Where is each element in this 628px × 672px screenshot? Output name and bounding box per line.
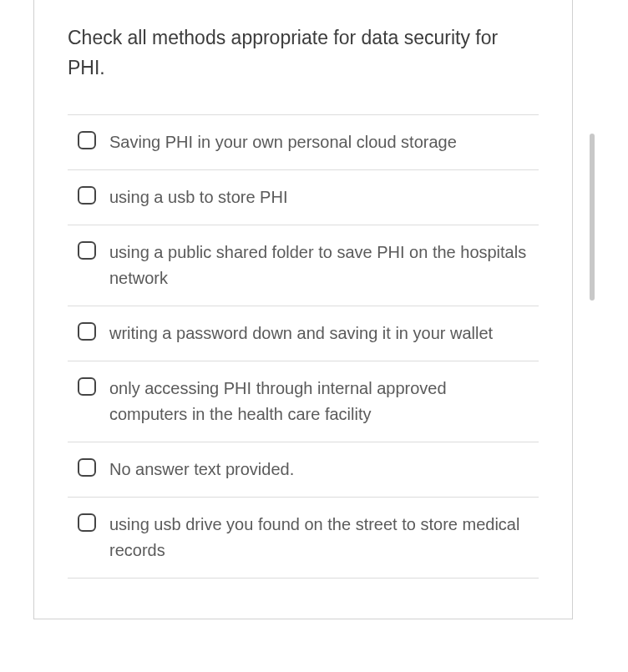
option-row[interactable]: only accessing PHI through internal appr…	[68, 361, 539, 442]
checkbox[interactable]	[78, 322, 96, 341]
option-row[interactable]: writing a password down and saving it in…	[68, 306, 539, 361]
option-label: Saving PHI in your own personal cloud st…	[109, 129, 457, 155]
option-label: only accessing PHI through internal appr…	[109, 376, 529, 427]
checkbox[interactable]	[78, 131, 96, 149]
option-row[interactable]: using a public shared folder to save PHI…	[68, 225, 539, 306]
options-list: Saving PHI in your own personal cloud st…	[68, 114, 539, 579]
option-label: writing a password down and saving it in…	[109, 321, 493, 346]
question-card: Check all methods appropriate for data s…	[33, 0, 573, 619]
checkbox[interactable]	[78, 377, 96, 396]
checkbox[interactable]	[78, 458, 96, 477]
option-row[interactable]: using usb drive you found on the street …	[68, 497, 539, 579]
option-label: No answer text provided.	[109, 457, 294, 483]
option-label: using a usb to store PHI	[109, 184, 287, 210]
option-row[interactable]: Saving PHI in your own personal cloud st…	[68, 114, 539, 169]
option-row[interactable]: No answer text provided.	[68, 442, 539, 497]
option-label: using usb drive you found on the street …	[109, 512, 529, 563]
option-row[interactable]: using a usb to store PHI	[68, 169, 539, 225]
checkbox[interactable]	[78, 186, 96, 205]
scrollbar-track[interactable]	[590, 134, 595, 619]
scrollbar-thumb[interactable]	[590, 134, 595, 301]
checkbox[interactable]	[78, 241, 96, 260]
question-title: Check all methods appropriate for data s…	[68, 23, 539, 83]
option-label: using a public shared folder to save PHI…	[109, 240, 529, 291]
checkbox[interactable]	[78, 513, 96, 532]
